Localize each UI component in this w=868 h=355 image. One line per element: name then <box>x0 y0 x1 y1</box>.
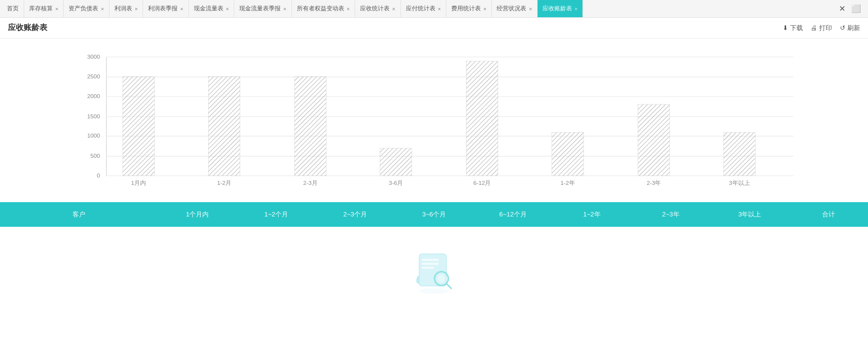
bar-1-2月 <box>209 76 240 176</box>
svg-text:2-3年: 2-3年 <box>647 179 661 186</box>
tab-close-cashflow-quarterly[interactable]: × <box>283 6 286 12</box>
main-content: 0 500 1000 1500 2000 2500 3000 1月内 1-2月 <box>0 38 868 202</box>
window-close-button[interactable]: ✕ <box>837 3 847 14</box>
tab-label-ar-stats: 应收统计表 <box>360 4 390 13</box>
svg-text:1-2年: 1-2年 <box>561 179 575 186</box>
tab-close-ar-aging[interactable]: × <box>575 6 578 12</box>
tab-close-balance-sheet[interactable]: × <box>101 6 104 12</box>
svg-text:2-3月: 2-3月 <box>303 179 318 186</box>
tab-label-balance-sheet: 资产负债表 <box>69 4 98 13</box>
print-label: 打印 <box>819 24 832 33</box>
bar-1-2年 <box>552 133 583 176</box>
tab-label-cashflow-quarterly: 现金流量表季报 <box>239 4 281 13</box>
header-actions: ⬇ 下载 🖨 打印 ↺ 刷新 <box>783 24 860 33</box>
download-label: 下载 <box>790 24 803 33</box>
tab-close-expense-stats[interactable]: × <box>483 6 486 12</box>
svg-text:1-2月: 1-2月 <box>217 179 231 186</box>
window-maximize-button[interactable]: ⬜ <box>849 3 863 14</box>
svg-rect-27 <box>422 259 439 261</box>
svg-text:500: 500 <box>90 152 100 159</box>
svg-rect-29 <box>422 267 434 269</box>
svg-text:3年以上: 3年以上 <box>729 179 750 186</box>
th-4: 3~6个月 <box>395 210 473 219</box>
svg-text:1000: 1000 <box>87 132 101 139</box>
download-button[interactable]: ⬇ 下载 <box>783 24 803 33</box>
empty-icon <box>409 247 459 305</box>
print-button[interactable]: 🖨 打印 <box>811 24 832 33</box>
tab-close-ap-stats[interactable]: × <box>438 6 441 12</box>
tab-label-expense-stats: 费用统计表 <box>451 4 481 13</box>
th-1: 1个月内 <box>158 210 237 219</box>
th-6: 1~2年 <box>552 210 631 219</box>
chart-container: 0 500 1000 1500 2000 2500 3000 1月内 1-2月 <box>8 46 860 194</box>
tab-expense-stats[interactable]: 费用统计表× <box>446 0 492 18</box>
tab-home[interactable]: 首页 <box>2 0 24 18</box>
chart-svg: 0 500 1000 1500 2000 2500 3000 1月内 1-2月 <box>8 46 860 194</box>
tab-close-profit-quarterly[interactable]: × <box>180 6 183 12</box>
th-8: 3年以上 <box>710 210 789 219</box>
tab-ap-stats[interactable]: 应付统计表× <box>401 0 446 18</box>
svg-text:0: 0 <box>97 172 100 178</box>
tab-bar: 首页库存核算×资产负债表×利润表×利润表季报×现金流量表×现金流量表季报×所有者… <box>0 0 868 18</box>
refresh-icon: ↺ <box>840 24 845 32</box>
tab-label-profit-quarterly: 利润表季报 <box>148 4 178 13</box>
svg-point-31 <box>437 275 445 283</box>
tab-close-inventory[interactable]: × <box>55 6 58 12</box>
tab-close-equity[interactable]: × <box>347 6 350 12</box>
svg-text:1500: 1500 <box>87 113 101 119</box>
print-icon: 🖨 <box>811 24 817 32</box>
svg-text:3000: 3000 <box>87 53 101 60</box>
th-5: 6~12个月 <box>473 210 552 219</box>
tab-label-profit: 利润表 <box>114 4 132 13</box>
tab-label-ap-stats: 应付统计表 <box>406 4 435 13</box>
th-2: 1~2个月 <box>237 210 316 219</box>
svg-text:2500: 2500 <box>87 73 101 79</box>
svg-rect-28 <box>422 263 439 265</box>
svg-text:6-12月: 6-12月 <box>473 179 491 186</box>
bar-2-3年 <box>638 105 670 176</box>
bar-3-6月 <box>380 148 412 176</box>
bar-6-12月 <box>466 61 498 176</box>
tab-bar-actions: ✕ ⬜ <box>837 3 866 14</box>
tab-label-home: 首页 <box>7 4 19 13</box>
tab-label-ar-aging: 应收账龄表 <box>542 4 572 13</box>
th-0: 客户 <box>0 210 158 219</box>
refresh-label: 刷新 <box>847 24 860 33</box>
tab-close-cashflow[interactable]: × <box>226 6 229 12</box>
bar-1月内 <box>123 76 154 176</box>
tab-operations[interactable]: 经营状况表× <box>492 0 537 18</box>
download-icon: ⬇ <box>783 24 788 32</box>
page-header: 应收账龄表 ⬇ 下载 🖨 打印 ↺ 刷新 <box>0 18 868 38</box>
tabs-container: 首页库存核算×资产负债表×利润表×利润表季报×现金流量表×现金流量表季报×所有者… <box>2 0 837 18</box>
tab-equity[interactable]: 所有者权益变动表× <box>292 0 355 18</box>
bar-3年以上 <box>723 133 755 176</box>
tab-ar-stats[interactable]: 应收统计表× <box>355 0 400 18</box>
svg-text:1月内: 1月内 <box>131 179 146 186</box>
svg-line-32 <box>446 284 451 288</box>
tab-close-operations[interactable]: × <box>529 6 532 12</box>
th-3: 2~3个月 <box>316 210 395 219</box>
th-9: 合计 <box>789 210 868 219</box>
tab-profit-quarterly[interactable]: 利润表季报× <box>143 0 188 18</box>
tab-cashflow-quarterly[interactable]: 现金流量表季报× <box>234 0 291 18</box>
th-7: 2~3年 <box>631 210 710 219</box>
empty-state <box>0 227 868 325</box>
tab-close-ar-stats[interactable]: × <box>392 6 395 12</box>
svg-point-25 <box>419 288 449 294</box>
tab-label-inventory: 库存核算 <box>29 4 53 13</box>
tab-close-profit[interactable]: × <box>135 6 138 12</box>
tab-cashflow[interactable]: 现金流量表× <box>189 0 234 18</box>
tab-label-equity: 所有者权益变动表 <box>297 4 344 13</box>
tab-balance-sheet[interactable]: 资产负债表× <box>64 0 109 18</box>
svg-text:2000: 2000 <box>87 93 101 99</box>
tab-label-cashflow: 现金流量表 <box>194 4 223 13</box>
page-title: 应收账龄表 <box>8 23 47 33</box>
refresh-button[interactable]: ↺ 刷新 <box>840 24 860 33</box>
tab-inventory[interactable]: 库存核算× <box>24 0 64 18</box>
tab-ar-aging[interactable]: 应收账龄表× <box>538 0 583 18</box>
tab-profit[interactable]: 利润表× <box>109 0 143 18</box>
bar-2-3月 <box>294 76 326 176</box>
table-header: 客户1个月内1~2个月2~3个月3~6个月6~12个月1~2年2~3年3年以上合… <box>0 202 868 227</box>
tab-label-operations: 经营状况表 <box>497 4 526 13</box>
svg-text:3-6月: 3-6月 <box>389 179 403 186</box>
